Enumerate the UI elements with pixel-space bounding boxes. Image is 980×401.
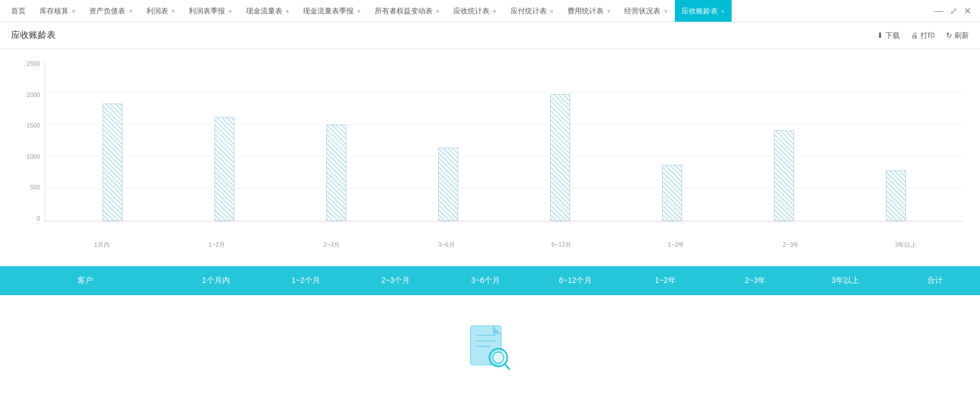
table-header: 客户1个月内1~2个月2~3个月3~6个月6~12个月1~2年2~3年3年以上合… (0, 266, 980, 295)
table-header-cell: 合计 (890, 276, 980, 286)
table-header-cell: 1个月内 (171, 276, 261, 286)
chart-bar (214, 117, 234, 221)
tab-bar: 首页库存核算×资产负债表×利润表×利润表季报×现金流量表×现金流量表季报×所有者… (0, 0, 980, 22)
page-title: 应收账龄表 (11, 30, 56, 41)
empty-state-icon (459, 317, 521, 379)
tab-receivable-stat[interactable]: 应收统计表× (447, 0, 503, 22)
y-axis-label: 2500 (27, 60, 40, 67)
svg-line-7 (504, 364, 509, 369)
table-header-cell: 1~2个月 (261, 276, 350, 286)
close-tab-ar-aging-icon[interactable]: × (721, 8, 724, 14)
x-axis: 1月内1~2月2~3月3~6月6~12月1~2年2~3年3年以上 (17, 238, 963, 249)
empty-state (0, 295, 980, 390)
chart-container: 25002000150010005000 (17, 60, 963, 238)
page-header: 应收账龄表 ⬇ 下载 🖨 打印 ↻ 刷新 (0, 22, 980, 49)
close-tab-equity-icon[interactable]: × (436, 8, 439, 14)
download-button[interactable]: ⬇ 下载 (877, 31, 900, 41)
close-tab-inventory-icon[interactable]: × (72, 8, 75, 14)
chart-inner (45, 60, 963, 222)
tab-balance[interactable]: 资产负债表× (82, 0, 139, 22)
close-tab-balance-icon[interactable]: × (129, 8, 132, 14)
x-axis-label: 1~2年 (619, 238, 733, 249)
tab-operations[interactable]: 经营状况表× (618, 0, 674, 22)
x-axis-label: 3~6月 (389, 238, 504, 249)
x-axis-label: 2~3月 (275, 238, 389, 249)
tab-expense-stat[interactable]: 费用统计表× (561, 0, 618, 22)
print-icon: 🖨 (911, 31, 918, 40)
maximize-button[interactable]: ⤢ (950, 6, 957, 16)
bar-group (56, 104, 168, 221)
bar-group (504, 94, 616, 221)
chart-bar (326, 125, 346, 221)
x-axis-label: 2~3年 (734, 238, 849, 249)
close-tab-operations-icon[interactable]: × (664, 8, 667, 14)
close-tab-cashflow-icon[interactable]: × (286, 8, 289, 14)
chart-bar (774, 130, 794, 221)
y-axis-label: 0 (37, 215, 40, 222)
chart-area: 25002000150010005000 1月内1~2月2~3月3~6月6~12… (0, 49, 980, 266)
tab-ar-aging[interactable]: 应收账龄表× (675, 0, 732, 22)
tab-profit-quarterly[interactable]: 利润表季报× (182, 0, 239, 22)
x-axis-label: 3年以上 (849, 238, 963, 249)
y-axis-label: 500 (30, 184, 40, 190)
download-icon: ⬇ (877, 31, 883, 40)
tab-equity[interactable]: 所有者权益变动表× (368, 0, 447, 22)
tab-inventory[interactable]: 库存核算× (33, 0, 82, 22)
y-axis-label: 2000 (27, 91, 40, 98)
table-header-cell: 1~2年 (620, 276, 710, 286)
table-header-cell: 2~3年 (710, 276, 800, 286)
close-tab-receivable-stat-icon[interactable]: × (493, 8, 496, 14)
tab-profit[interactable]: 利润表× (140, 0, 182, 22)
close-tab-cashflow-quarterly-icon[interactable]: × (357, 8, 360, 14)
tab-cashflow[interactable]: 现金流量表× (239, 0, 296, 22)
tab-payable-stat[interactable]: 应付统计表× (504, 0, 561, 22)
window-controls: — ⤢ ✕ (934, 6, 976, 16)
refresh-button[interactable]: ↻ 刷新 (946, 31, 969, 41)
bar-group (616, 165, 728, 221)
refresh-icon: ↻ (946, 31, 952, 40)
close-tab-profit-quarterly-icon[interactable]: × (228, 8, 232, 14)
table-header-cell: 3年以上 (800, 276, 890, 286)
bar-group (840, 170, 952, 221)
x-axis-label: 1月内 (45, 238, 159, 249)
bar-group (392, 148, 504, 221)
close-button[interactable]: ✕ (964, 6, 971, 16)
close-tab-payable-stat-icon[interactable]: × (550, 8, 553, 14)
close-tab-profit-icon[interactable]: × (171, 8, 175, 14)
print-button[interactable]: 🖨 打印 (911, 31, 935, 41)
close-tab-expense-stat-icon[interactable]: × (607, 8, 610, 14)
table-header-cell: 3~6个月 (440, 276, 530, 286)
x-axis-label: 6~12月 (504, 238, 619, 249)
chart-bar (438, 148, 458, 221)
chart-bar (662, 165, 682, 221)
main-content: 25002000150010005000 1月内1~2月2~3月3~6月6~12… (0, 49, 980, 401)
svg-point-6 (493, 352, 504, 363)
chart-bar (550, 94, 570, 221)
tab-cashflow-quarterly[interactable]: 现金流量表季报× (296, 0, 367, 22)
chart-bar (886, 170, 906, 221)
y-axis-label: 1500 (27, 122, 40, 129)
minimize-button[interactable]: — (934, 6, 943, 16)
y-axis: 25002000150010005000 (17, 60, 45, 222)
tab-home[interactable]: 首页 (4, 0, 33, 22)
y-axis-label: 1000 (27, 153, 40, 160)
table-header-cell: 2~3个月 (351, 276, 440, 286)
header-actions: ⬇ 下载 🖨 打印 ↻ 刷新 (877, 31, 969, 41)
table-header-cell: 客户 (0, 276, 171, 286)
x-axis-label: 1~2月 (159, 238, 274, 249)
table-header-cell: 6~12个月 (531, 276, 620, 286)
bar-group (168, 117, 280, 221)
bar-group (280, 125, 392, 221)
chart-bar (102, 104, 122, 221)
bar-group (728, 130, 840, 221)
